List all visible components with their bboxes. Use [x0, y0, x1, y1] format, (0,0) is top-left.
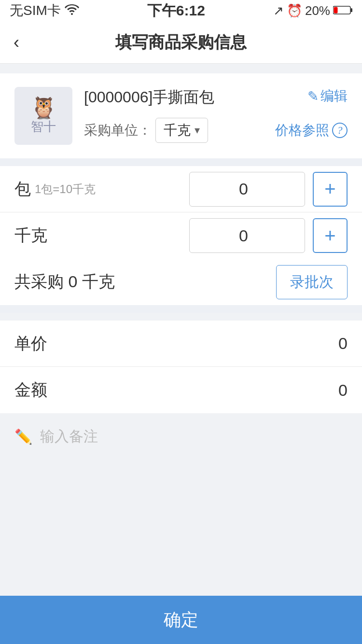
amount-row: 金额 0 [0, 367, 362, 413]
thumbnail-text: 智十 [31, 118, 56, 135]
amount-label: 金额 [14, 379, 47, 401]
unit-label: 采购单位： [84, 121, 152, 140]
kg-quantity-input[interactable] [189, 218, 305, 253]
content-area [0, 460, 362, 605]
status-time: 下午6:12 [147, 1, 205, 21]
status-bar: 无SIM卡 下午6:12 ↗ ⏰ 20% [0, 0, 362, 21]
total-text: 共采购 0 千克 [14, 271, 115, 293]
nav-title: 填写商品采购信息 [115, 31, 247, 54]
batch-button[interactable]: 录批次 [276, 265, 348, 299]
alarm-icon: ⏰ [287, 3, 302, 18]
bag-label: 包 [14, 178, 31, 200]
unit-price-value: 0 [338, 334, 348, 353]
kg-input-wrapper: + [47, 218, 348, 253]
bag-plus-button[interactable]: + [313, 172, 348, 207]
confirm-button[interactable]: 确定 [0, 596, 362, 644]
bag-sublabel: 1包=10千克 [35, 182, 96, 197]
edit-icon: ✎ [307, 88, 319, 104]
status-right: ↗ ⏰ 20% [273, 3, 352, 18]
unit-selector[interactable]: 千克 ▾ [155, 118, 208, 143]
carrier-label: 无SIM卡 [10, 1, 61, 20]
separator-2 [0, 305, 362, 313]
bag-quantity-input[interactable] [189, 172, 305, 207]
product-info: [0000006]手撕面包 ✎ 编辑 采购单位： 千克 ▾ 价格参照 ? [84, 87, 348, 143]
edit-button[interactable]: ✎ 编辑 [307, 87, 348, 105]
kg-plus-button[interactable]: + [313, 218, 348, 253]
bag-input-wrapper: + [96, 172, 348, 207]
notes-section[interactable]: ✏️ 输入备注 [0, 413, 362, 460]
product-name: [0000006]手撕面包 [84, 87, 307, 108]
input-section: 包 1包=10千克 + 千克 + [0, 166, 362, 259]
chevron-down-icon: ▾ [195, 124, 200, 137]
kg-input-row: 千克 + [0, 212, 362, 259]
amount-value: 0 [338, 381, 348, 400]
total-row: 共采购 0 千克 录批次 [0, 259, 362, 305]
svg-rect-2 [334, 7, 338, 13]
pencil-icon: ✏️ [14, 428, 32, 445]
status-left: 无SIM卡 [10, 1, 79, 20]
unit-price-row: 单价 0 [0, 321, 362, 367]
battery-icon [333, 3, 352, 18]
wifi-icon [65, 3, 79, 18]
bag-input-row: 包 1包=10千克 + [0, 166, 362, 212]
notes-placeholder: 输入备注 [40, 427, 98, 447]
back-button[interactable]: ‹ [14, 32, 19, 53]
location-icon: ↗ [273, 3, 284, 18]
edit-label: 编辑 [320, 87, 348, 105]
unit-value: 千克 [164, 121, 191, 140]
purchase-unit-row: 采购单位： 千克 ▾ 价格参照 ? [84, 118, 348, 143]
product-thumbnail: 🦉 智十 [14, 87, 72, 145]
svg-rect-1 [351, 8, 353, 12]
separator-1 [0, 158, 362, 166]
product-card: 🦉 智十 [0000006]手撕面包 ✎ 编辑 采购单位： 千克 ▾ 价格参照 … [0, 73, 362, 158]
price-ref-button[interactable]: 价格参照 ? [275, 121, 348, 140]
info-section: 单价 0 金额 0 [0, 321, 362, 413]
battery-label: 20% [305, 3, 330, 18]
product-name-row: [0000006]手撕面包 ✎ 编辑 [84, 87, 348, 108]
help-icon: ? [332, 123, 348, 138]
nav-bar: ‹ 填写商品采购信息 [0, 21, 362, 64]
price-ref-label: 价格参照 [275, 121, 329, 140]
kg-label: 千克 [14, 224, 47, 247]
unit-price-label: 单价 [14, 333, 47, 355]
owl-icon: 🦉 [30, 97, 57, 118]
